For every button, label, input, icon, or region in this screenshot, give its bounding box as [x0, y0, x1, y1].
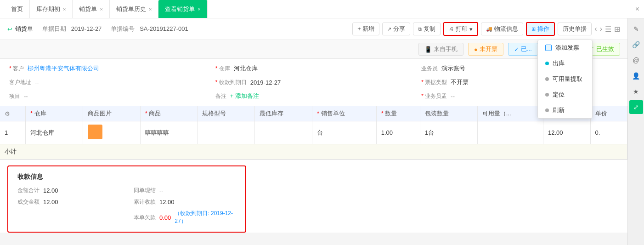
dropdown-outbound[interactable]: 出库: [538, 56, 592, 71]
share-icon: ↗: [387, 26, 391, 32]
nav-prev-button[interactable]: ‹: [594, 25, 597, 33]
project-label: 项目: [9, 92, 20, 100]
cell-warehouse: 河北仓库: [26, 121, 83, 144]
payment-date-label: 收款到期日: [215, 79, 247, 86]
doc-date-value: 2019-12-27: [71, 25, 102, 32]
view-list-button[interactable]: ☰: [605, 25, 611, 34]
cell-avail-qty: [477, 121, 543, 144]
deal-amount-row: 成交金额 12.00: [17, 198, 120, 206]
collection-grid: 金额合计 12.00 同单现结 -- 成交金额 12.00 累计收款 12.00…: [17, 187, 236, 225]
close-all-tabs-button[interactable]: ×: [635, 5, 639, 13]
tab-view-sales[interactable]: 查看销货单 ×: [158, 0, 207, 18]
sidebar-at-icon[interactable]: @: [629, 53, 643, 67]
product-table-wrapper: ⚙ * 仓库 商品图片 * 商品 规格型号 最低库存 * 销售单位 * 数量 包…: [0, 106, 627, 160]
salesperson-label: 业务员: [421, 65, 438, 73]
ticket-type-value: 不开票: [451, 78, 469, 86]
doc-meta: 单据日期 2019-12-27 单据编号 SA-20191227-001: [42, 25, 188, 33]
sidebar-edit-icon[interactable]: ✎: [629, 22, 643, 36]
logistics-button[interactable]: 🚚 物流信息: [481, 23, 523, 35]
col-sales-unit: * 销售单位: [312, 106, 377, 121]
address-value: --: [35, 79, 39, 86]
date-label: 单据日期 2019-12-27: [42, 25, 102, 33]
cell-model: [198, 121, 255, 144]
outbound-dot-icon: [545, 62, 549, 65]
grid-icon: ⊞: [531, 26, 536, 32]
total-label: 金额合计: [17, 187, 40, 194]
tab-close-sales-history[interactable]: ×: [149, 6, 152, 12]
deal-amount-label: 成交金额: [17, 198, 40, 206]
cell-pack-qty: 1台: [420, 121, 477, 144]
cell-unit-price: 0.: [590, 121, 627, 144]
print-dropdown-arrow: ▾: [469, 26, 473, 33]
tab-sales-order[interactable]: 销货单 ×: [73, 0, 109, 18]
operation-button[interactable]: ⊞ 操作: [526, 22, 555, 36]
confirm-button[interactable]: ✓ 已...: [508, 43, 538, 56]
form-section: 客户 柳州粤港平安气体有限公司 仓库 河北仓库 业务员 演示账号 客户地址 --…: [0, 59, 627, 106]
address-label: 客户地址: [9, 79, 31, 86]
dropdown-locate[interactable]: 定位: [538, 87, 592, 103]
tab-inventory-init[interactable]: 库存期初 ×: [30, 0, 73, 18]
share-button[interactable]: ↗ 分享: [382, 23, 410, 35]
remark-row: 备注 + 添加备注: [215, 92, 412, 100]
new-button[interactable]: + 新增: [352, 23, 379, 35]
truck-icon: 🚚: [486, 26, 492, 32]
phone-icon: 📱: [424, 46, 432, 53]
plus-icon: +: [230, 92, 234, 99]
col-avail-qty: 可用量（...: [477, 106, 543, 121]
col-product-img: 商品图片: [83, 106, 140, 121]
dropdown-add-invoice[interactable]: 添加发票: [538, 40, 592, 56]
operation-dropdown: 添加发票 出库 可用量提取 定位 刷新: [537, 40, 593, 119]
view-grid-button[interactable]: ⊞: [614, 25, 620, 34]
project-row: 项目 --: [9, 92, 206, 100]
main-area: ↩ 销货单 单据日期 2019-12-27 单据编号 SA-20191227-0…: [0, 18, 644, 233]
table-row: 1 河北仓库 嘻嘻嘻嘻 台 1.00 1台 12.00 0.: [0, 121, 627, 144]
customer-value[interactable]: 柳州粤港平安气体有限公司: [28, 64, 99, 73]
warehouse-row: 仓库 河北仓库: [215, 64, 412, 73]
cell-quantity: 1.00: [376, 121, 420, 144]
add-remark-button[interactable]: + 添加备注: [230, 92, 259, 100]
same-order-value: --: [159, 187, 164, 194]
history-button[interactable]: 历史单据: [558, 23, 592, 35]
customer-label: 客户: [9, 65, 24, 73]
ticket-icon: ●: [474, 46, 478, 53]
cell-product-img: [83, 121, 140, 144]
nav-next-button[interactable]: ›: [600, 25, 602, 33]
tab-home[interactable]: 首页: [5, 0, 30, 18]
tab-sales-history[interactable]: 销货单历史 ×: [110, 0, 158, 18]
copy-icon: ⧉: [418, 26, 422, 32]
sidebar-star-icon[interactable]: ★: [629, 85, 643, 98]
copy-button[interactable]: ⧉ 复制: [413, 23, 441, 35]
col-settings[interactable]: ⚙: [0, 106, 26, 121]
dropdown-available-qty[interactable]: 可用量提取: [538, 71, 592, 87]
sidebar-link-icon[interactable]: 🔗: [629, 38, 643, 51]
cell-row-num: 1: [0, 121, 26, 144]
sidebar-expand-icon[interactable]: ⤢: [629, 100, 643, 114]
product-image: [88, 125, 102, 139]
cell-min-stock: [255, 121, 312, 144]
number-label: 单据编号 SA-20191227-001: [111, 25, 188, 33]
doc-number-value: SA-20191227-001: [140, 25, 188, 32]
cumulative-label: 累计收款: [134, 198, 156, 206]
print-button[interactable]: 🖨 打印 ▾: [443, 22, 478, 36]
doc-header: ↩ 销货单 单据日期 2019-12-27 单据编号 SA-20191227-0…: [0, 18, 627, 40]
own-label: 本单欠款: [134, 214, 156, 222]
add-invoice-checkbox-icon: [545, 45, 552, 51]
tab-close-sales-order[interactable]: ×: [100, 6, 102, 12]
dropdown-refresh[interactable]: 刷新: [538, 103, 592, 118]
available-qty-dot-icon: [545, 77, 549, 81]
from-phone-button[interactable]: 📱 来自手机: [418, 43, 463, 56]
sidebar-user-icon[interactable]: 👤: [629, 69, 643, 83]
same-order-row: 同单现结 --: [134, 187, 236, 194]
subtotal-row: 小计: [0, 144, 627, 160]
tab-close-view-sales[interactable]: ×: [198, 6, 200, 12]
col-product: * 商品: [140, 106, 198, 121]
right-sidebar: ✎ 🔗 @ 👤 ★ ⤢: [627, 18, 644, 238]
col-quantity: * 数量: [376, 106, 420, 121]
col-model: 规格型号: [198, 106, 255, 121]
total-row: 金额合计 12.00: [17, 187, 120, 194]
settings-icon[interactable]: ⚙: [5, 110, 10, 117]
not-open-button[interactable]: ● 未开票: [468, 43, 503, 56]
project-value: --: [24, 93, 28, 100]
toolbar: + 新增 ↗ 分享 ⧉ 复制 🖨 打印 ▾ 🚚 物流信息 ⊞ 操作: [352, 22, 620, 36]
tab-close-inventory[interactable]: ×: [63, 6, 66, 12]
